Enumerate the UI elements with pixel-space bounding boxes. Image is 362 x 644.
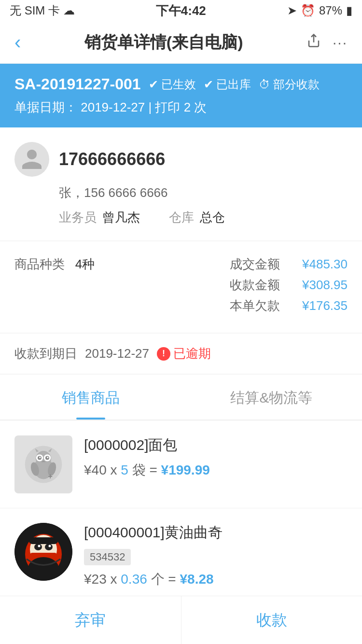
svg-point-21 [38, 545, 41, 547]
sim-status: 无 SIM 卡 ☁ [10, 3, 75, 18]
stats-left: 商品种类 4种 [14, 256, 95, 273]
more-icon[interactable]: ··· [333, 34, 348, 51]
tab-products[interactable]: 销售商品 [0, 375, 181, 420]
warehouse-value: 总仓 [200, 209, 225, 226]
battery-status: 87% [319, 4, 342, 17]
svg-point-9 [47, 457, 48, 458]
product-info-2: [000400001]黄油曲奇 534532 ¥23 x 0.36 个 = ¥8… [84, 523, 348, 588]
bottom-bar: 弃审 收款 [0, 596, 362, 644]
svg-text:+: + [48, 472, 53, 480]
abandon-review-button[interactable]: 弃审 [0, 596, 181, 644]
stats-section: 商品种类 4种 成交金额 ¥485.30 收款金额 ¥308.95 本单欠款 ¥… [0, 241, 362, 333]
status-bar: 无 SIM 卡 ☁ 下午4:42 ➤ ⏰ 87% ▮ [0, 0, 362, 21]
nav-icons: ··· [306, 33, 348, 51]
check-icon-1: ✔ [149, 78, 158, 91]
overdue-text: 已逾期 [173, 345, 211, 362]
battery-icon: ▮ [346, 4, 352, 17]
clock-icon: ⏱ [259, 78, 270, 91]
status-left: 无 SIM 卡 ☁ [10, 3, 75, 18]
customer-name: 17666666666 [59, 149, 165, 169]
due-date-label: 收款到期日 [14, 345, 77, 362]
svg-point-19 [34, 544, 42, 550]
debt-value: ¥176.35 [290, 298, 348, 313]
tabs-section: 销售商品 结算&物流等 [0, 375, 362, 420]
order-date: 单据日期： 2019-12-27 | 打印 2 次 [14, 99, 348, 116]
svg-point-25 [28, 557, 59, 580]
status-time: 下午4:42 [156, 2, 206, 19]
svg-rect-24 [29, 537, 58, 544]
warehouse-label: 仓库 [169, 209, 194, 226]
collect-payment-button[interactable]: 收款 [181, 596, 362, 644]
stats-right: 成交金额 ¥485.30 收款金额 ¥308.95 本单欠款 ¥176.35 [230, 256, 348, 318]
status-right: ➤ ⏰ 87% ▮ [287, 4, 352, 17]
customer-avatar [14, 142, 49, 177]
due-date-value: 2019-12-27 [85, 346, 149, 361]
svg-point-22 [49, 545, 51, 547]
sales-person: 曾凡杰 [102, 209, 140, 226]
badge-partial: ⏱ 部分收款 [259, 77, 320, 92]
tabs: 销售商品 结算&物流等 [0, 375, 362, 420]
order-id: SA-20191227-001 [14, 75, 141, 93]
customer-meta: 业务员 曾凡杰 仓库 总仓 [14, 209, 348, 226]
category-label: 商品种类 [14, 257, 65, 271]
product-tag-2: 534532 [84, 549, 131, 565]
back-button[interactable]: ‹ [14, 31, 21, 53]
overdue-badge: ! 已逾期 [157, 345, 211, 362]
amount-label: 成交金额 [230, 256, 280, 273]
product-thumb-2 [14, 523, 72, 581]
amount-value: ¥485.30 [290, 257, 348, 272]
category-count: 4种 [75, 257, 95, 271]
badge-shipped: ✔ 已出库 [204, 77, 251, 92]
product-thumb-1: + [14, 435, 72, 493]
check-icon-2: ✔ [204, 78, 213, 91]
due-section: 收款到期日 2019-12-27 ! 已逾期 [0, 334, 362, 374]
payment-value: ¥308.95 [290, 278, 348, 293]
product-item-2: [000400001]黄油曲奇 534532 ¥23 x 0.36 个 = ¥8… [0, 508, 362, 603]
product-item-1: + [0000002]面包 ¥40 x 5 袋 = ¥199.99 [0, 421, 362, 508]
product-price-1: ¥40 x 5 袋 = ¥199.99 [84, 461, 348, 479]
debt-label: 本单欠款 [230, 297, 280, 314]
product-name-2: [000400001]黄油曲奇 [84, 523, 348, 543]
customer-contact: 张，156 6666 6666 [14, 184, 348, 201]
location-icon: ➤ [287, 4, 297, 17]
badge-effective: ✔ 已生效 [149, 77, 196, 92]
customer-section: 17666666666 张，156 6666 6666 业务员 曾凡杰 仓库 总… [0, 127, 362, 240]
nav-title: 销货单详情(来自电脑) [84, 31, 243, 54]
product-price-2: ¥23 x 0.36 个 = ¥8.28 [84, 570, 348, 588]
overdue-icon: ! [157, 347, 170, 361]
order-header: SA-20191227-001 ✔ 已生效 ✔ 已出库 ⏱ 部分收款 单据日期：… [0, 64, 362, 127]
tab-settlement[interactable]: 结算&物流等 [181, 375, 362, 420]
product-name-1: [0000002]面包 [84, 435, 348, 455]
nav-bar: ‹ 销货单详情(来自电脑) ··· [0, 21, 362, 64]
payment-label: 收款金额 [230, 277, 280, 294]
products-section: + [0000002]面包 ¥40 x 5 袋 = ¥199.99 [0, 421, 362, 603]
svg-point-8 [39, 457, 41, 458]
share-icon[interactable] [306, 33, 321, 51]
sales-label: 业务员 [59, 209, 97, 226]
svg-point-20 [45, 544, 53, 550]
alarm-icon: ⏰ [301, 4, 315, 17]
product-info-1: [0000002]面包 ¥40 x 5 袋 = ¥199.99 [84, 435, 348, 479]
